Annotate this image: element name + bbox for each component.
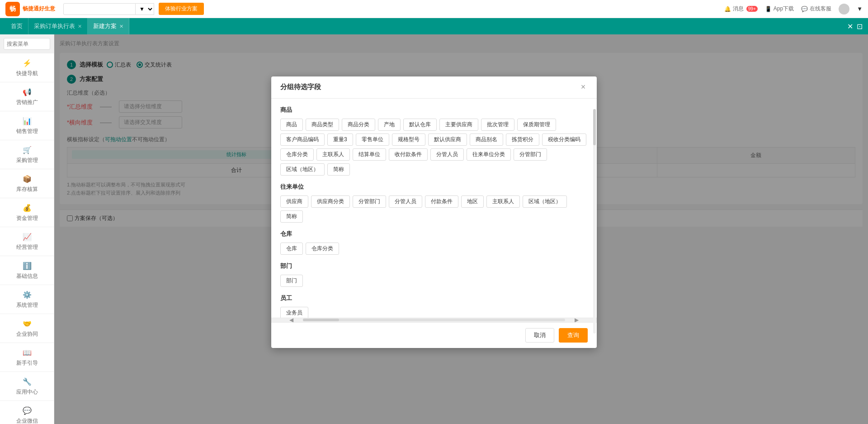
hscroll-track[interactable] [303, 319, 565, 321]
service-icon: 💬 [801, 6, 808, 12]
vscroll-thumb[interactable] [593, 109, 596, 145]
base-info-icon: ℹ️ [22, 261, 32, 271]
sidebar-item-operations[interactable]: 📈 经营管理 [0, 227, 54, 256]
logo-text: 畅捷通好生意 [23, 5, 55, 13]
field-tag[interactable]: 商品别名 [470, 133, 503, 146]
online-service[interactable]: 💬 在线客服 [801, 5, 831, 13]
field-tag[interactable]: 默认供应商 [428, 133, 467, 146]
header-search-input[interactable] [63, 3, 136, 15]
sidebar-item-finance[interactable]: 💰 资金管理 [0, 198, 54, 227]
sidebar-item-purchase[interactable]: 🛒 采购管理 [0, 140, 54, 169]
field-tag[interactable]: 分管人员 [389, 195, 422, 208]
section-partner-title: 往来单位 [280, 183, 588, 191]
field-tag[interactable]: 默认仓库 [403, 119, 437, 131]
operations-icon: 📈 [22, 232, 32, 242]
field-tag[interactable]: 收付款条件 [389, 148, 428, 161]
sidebar-item-inventory[interactable]: 📦 库存核算 [0, 169, 54, 198]
marketing-icon: 📢 [22, 87, 32, 97]
tab-purchase-list[interactable]: 采购订单执行表 ✕ [28, 18, 88, 34]
sidebar-item-quick-nav[interactable]: ⚡ 快捷导航 [0, 53, 54, 82]
top-header: 畅 畅捷通好生意 ▼ 体验行业方案 🔔 消息 99+ 📱 App下载 💬 在线客… [0, 0, 868, 18]
sales-icon: 📊 [22, 116, 32, 126]
field-tag[interactable]: 往来单位分类 [467, 148, 511, 161]
field-tag[interactable]: 分管部门 [353, 195, 386, 208]
field-tag[interactable]: 零售单位 [356, 133, 389, 146]
section-employee-title: 员工 [280, 294, 588, 302]
sidebar-item-marketing[interactable]: 📢 营销推广 [0, 82, 54, 111]
tab-home[interactable]: 首页 [5, 18, 28, 34]
field-tag[interactable]: 简称 [280, 210, 303, 223]
tab-new-plan[interactable]: 新建方案 ✕ [88, 18, 129, 34]
goods-fields: 商品 商品类型 商品分类 产地 默认仓库 主要供应商 批次管理 保质期管理 客户… [280, 119, 588, 176]
confirm-button[interactable]: 查询 [559, 328, 588, 343]
field-tag[interactable]: 税收分类编码 [542, 133, 586, 146]
field-tag-employee[interactable]: 业务员 [280, 307, 308, 318]
warehouse-fields: 仓库 仓库分类 [280, 243, 588, 255]
modal-vscroll[interactable] [593, 100, 596, 324]
modal-close-btn[interactable]: × [579, 83, 588, 92]
field-tag[interactable]: 商品分类 [342, 119, 375, 131]
section-goods: 商品 商品 商品类型 商品分类 产地 默认仓库 主要供应商 批次管理 保质期管理… [280, 106, 588, 176]
field-tag[interactable]: 主要供应商 [439, 119, 478, 131]
header-search-select[interactable]: ▼ [136, 3, 154, 15]
field-tag[interactable]: 付款条件 [425, 195, 458, 208]
modal-hscroll[interactable]: ◀ ▶ [271, 318, 597, 322]
field-tag[interactable]: 产地 [378, 119, 401, 131]
tab-bar: 首页 采购订单执行表 ✕ 新建方案 ✕ ✕ ⊡ [0, 18, 868, 34]
modal-body: 商品 商品 商品类型 商品分类 产地 默认仓库 主要供应商 批次管理 保质期管理… [271, 99, 597, 318]
sidebar-item-system[interactable]: ⚙️ 系统管理 [0, 285, 54, 314]
tab-close-new-plan[interactable]: ✕ [119, 24, 123, 29]
section-goods-title: 商品 [280, 106, 588, 114]
field-tag[interactable]: 商品 [280, 119, 303, 131]
sidebar-item-cooperation[interactable]: 🤝 企业协同 [0, 314, 54, 343]
field-tag[interactable]: 供应商分类 [311, 195, 350, 208]
department-fields: 部门 [280, 275, 588, 287]
field-tag[interactable]: 区域（地区） [280, 163, 325, 176]
section-employee: 员工 业务员 [280, 294, 588, 318]
hscroll-thumb[interactable] [303, 319, 339, 321]
finance-icon: 💰 [22, 203, 32, 213]
avatar[interactable] [839, 4, 849, 14]
field-tag[interactable]: 拣货积分 [506, 133, 539, 146]
field-tag[interactable]: 客户商品编码 [280, 133, 325, 146]
field-tag[interactable]: 重量3 [327, 133, 353, 146]
field-tag[interactable]: 分管人员 [430, 148, 464, 161]
field-tag[interactable]: 主联系人 [486, 195, 520, 208]
sidebar-search-input[interactable] [4, 38, 50, 50]
employee-fields: 业务员 [280, 307, 588, 318]
header-right: 🔔 消息 99+ 📱 App下载 💬 在线客服 ▼ [724, 4, 863, 14]
modal-footer: 取消 查询 [271, 322, 597, 348]
logo-icon: 畅 [5, 2, 20, 16]
field-tag[interactable]: 简称 [327, 163, 350, 176]
field-tag[interactable]: 部门 [280, 275, 303, 287]
field-tag[interactable]: 地区 [461, 195, 484, 208]
tab-bar-close[interactable]: ✕ [847, 22, 853, 31]
field-tag[interactable]: 分管部门 [514, 148, 547, 161]
user-arrow[interactable]: ▼ [857, 5, 863, 12]
experience-btn[interactable]: 体验行业方案 [159, 3, 204, 15]
app-download[interactable]: 📱 App下载 [765, 5, 794, 13]
field-tag[interactable]: 主联系人 [316, 148, 350, 161]
field-tag[interactable]: 区域（地区） [523, 195, 567, 208]
field-tag[interactable]: 仓库 [280, 243, 303, 255]
sidebar-item-guide[interactable]: 📖 新手引导 [0, 343, 54, 372]
sidebar-item-sales[interactable]: 📊 销售管理 [0, 111, 54, 140]
tab-close-purchase[interactable]: ✕ [78, 24, 82, 29]
sidebar-item-base-info[interactable]: ℹ️ 基础信息 [0, 256, 54, 285]
sidebar-item-app-center[interactable]: 🔧 应用中心 [0, 372, 54, 401]
field-tag[interactable]: 仓库分类 [280, 148, 314, 161]
field-tag[interactable]: 规格型号 [392, 133, 425, 146]
section-warehouse: 仓库 仓库 仓库分类 [280, 230, 588, 255]
field-tag[interactable]: 保质期管理 [517, 119, 556, 131]
cancel-button[interactable]: 取消 [525, 328, 554, 343]
field-tag[interactable]: 仓库分类 [306, 243, 339, 255]
field-tag[interactable]: 批次管理 [481, 119, 514, 131]
notification-item[interactable]: 🔔 消息 99+ [724, 5, 758, 13]
field-tag[interactable]: 供应商 [280, 195, 308, 208]
tab-bar-expand[interactable]: ⊡ [857, 22, 863, 31]
field-tag[interactable]: 结算单位 [353, 148, 386, 161]
wechat-icon: 💬 [22, 405, 32, 415]
field-tag[interactable]: 商品类型 [306, 119, 339, 131]
purchase-icon: 🛒 [22, 145, 32, 155]
sidebar-item-wechat[interactable]: 💬 企业微信 [0, 401, 54, 424]
